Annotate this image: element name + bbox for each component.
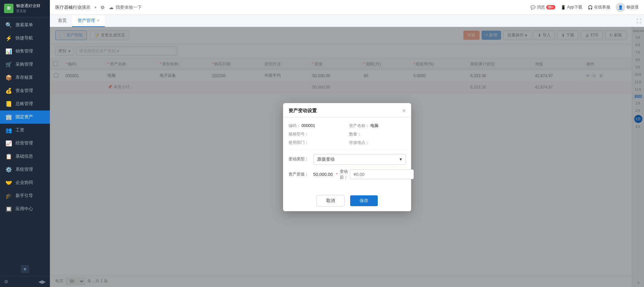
dialog-code-field: 编码： 000001 — [288, 123, 345, 129]
chevron-down-icon: ▾ — [94, 5, 96, 10]
tab-expand-btn[interactable]: ⛶ — [637, 18, 641, 24]
ledger-icon: 📒 — [5, 101, 12, 107]
dialog-storage-field: 存放地点： — [349, 140, 406, 146]
sidebar-bottom: ⚙ ◀▶ — [0, 276, 50, 287]
after-label: 变动后： — [340, 169, 348, 180]
system-icon: ⚙️ — [5, 166, 12, 173]
sidebar-item-appcenter[interactable]: 🔲 应用中心 — [0, 202, 50, 216]
sidebar-item-system[interactable]: ⚙️ 系统管理 — [0, 163, 50, 176]
customer-service-btn[interactable]: 🎧 在线客服 — [588, 4, 610, 10]
amount-after-section: * 变动后： — [336, 169, 414, 180]
dialog-name-field: 资产名称： 电脑 — [349, 123, 406, 129]
expand-icon: ⛶ — [637, 18, 641, 24]
chevron-down-icon: ▾ — [400, 157, 402, 162]
topbar-right: 💬 消息 99+ 📱 App下载 🎧 在线客服 👤 畅捷通 — [530, 3, 639, 12]
tab-home-label: 首页 — [58, 18, 67, 24]
dialog-header: 资产变动设置 × — [283, 103, 411, 118]
purchase-icon: 🛒 — [5, 61, 12, 68]
download-icon: 📱 — [561, 5, 566, 10]
sidebar-item-assets[interactable]: 🏢 固定资产 — [0, 110, 50, 124]
message-badge: 99+ — [546, 5, 555, 9]
settings-icon[interactable]: ⚙ — [4, 279, 8, 284]
sidebar-item-quicknav[interactable]: ⚡ 快捷导航 — [0, 32, 50, 45]
dialog-title: 资产变动设置 — [288, 108, 317, 114]
sidebar-item-label: 采购管理 — [16, 61, 33, 67]
sidebar-item-label: 固定资产 — [16, 114, 33, 120]
dialog-department-label: 使用部门： — [288, 140, 309, 145]
sidebar-item-funds[interactable]: 💰 资金管理 — [0, 84, 50, 97]
app-subtitle: 普及版 — [16, 9, 40, 13]
sidebar-item-label: 销售管理 — [16, 48, 33, 54]
sidebar-item-guide[interactable]: 🎓 新手引导 — [0, 189, 50, 202]
assets-icon: 🏢 — [5, 114, 12, 120]
cancel-button[interactable]: 取消 — [316, 195, 345, 206]
message-label: 消息 — [537, 4, 545, 10]
guide-icon: 🎓 — [5, 193, 12, 199]
sidebar-item-label: 基础信息 — [16, 153, 33, 159]
avatar: 👤 — [616, 3, 625, 12]
gear-icon[interactable]: ⚙ — [100, 5, 105, 10]
search-icon: 🔍 — [5, 22, 12, 28]
collapse-icon[interactable]: ◀▶ — [38, 279, 46, 284]
sidebar-item-inventory[interactable]: 📦 库存核算 — [0, 71, 50, 84]
sidebar-item-basic[interactable]: 📋 基础信息 — [0, 150, 50, 163]
change-type-row: 变动类型： 原值变动 ▾ — [288, 154, 406, 165]
message-btn[interactable]: 💬 消息 99+ — [530, 4, 555, 10]
dialog-name-value: 电脑 — [370, 123, 378, 128]
sidebar-item-purchase[interactable]: 🛒 采购管理 — [0, 58, 50, 71]
app-download-btn[interactable]: 📱 App下载 — [561, 4, 582, 10]
app-title-block: 畅捷通好业财 普及版 — [16, 3, 40, 13]
app-logo: 财 — [4, 4, 13, 13]
app-title: 畅捷通好业财 — [16, 3, 40, 9]
sidebar-item-label: 快捷导航 — [16, 35, 33, 41]
dialog-spec-label: 规格型号： — [288, 132, 309, 136]
original-value-display: 50,000.00 — [313, 172, 333, 177]
topbar: 医疗器械行业演示 ▾ ⚙ ☁ 我要体验一下 💬 消息 99+ 📱 App下载 🎧… — [50, 0, 644, 15]
sidebar-header: 财 畅捷通好业财 普及版 — [0, 0, 50, 17]
dialog-footer: 取消 保存 — [283, 191, 411, 211]
dialog-name-label: 资产名称： — [349, 123, 369, 128]
save-button[interactable]: 保存 — [350, 195, 378, 206]
sidebar: 财 畅捷通好业财 普及版 🔍 搜索菜单 ⚡ 快捷导航 📊 销售管理 🛒 采购管理… — [0, 0, 50, 287]
sidebar-item-label: 总账管理 — [16, 101, 33, 107]
sidebar-item-sales[interactable]: 📊 销售管理 — [0, 45, 50, 58]
tab-home[interactable]: 首页 — [53, 15, 72, 27]
dialog-quantity-label: 数量： — [349, 132, 361, 136]
sidebar-item-ledger[interactable]: 📒 总账管理 — [0, 97, 50, 110]
amount-after-input[interactable] — [350, 169, 414, 179]
sidebar-item-label: 搜索菜单 — [16, 22, 33, 28]
change-type-select[interactable]: 原值变动 ▾ — [313, 154, 406, 165]
cloud-icon: ☁ — [109, 5, 114, 10]
funds-icon: 💰 — [5, 88, 12, 94]
sidebar-item-label: 系统管理 — [16, 166, 33, 172]
experience-label: 我要体验一下 — [116, 4, 142, 10]
tabbar: 首页 资产管理 × ⛶ — [50, 15, 644, 27]
sidebar-scroll-down[interactable]: ▼ — [21, 265, 29, 273]
sidebar-nav: 🔍 搜索菜单 ⚡ 快捷导航 📊 销售管理 🛒 采购管理 📦 库存核算 💰 资金管… — [0, 17, 50, 264]
customer-service-label: 在线客服 — [594, 4, 610, 10]
asset-change-dialog: 资产变动设置 × 编码： 000001 资产名称： 电脑 — [283, 103, 411, 211]
sidebar-item-enterprise[interactable]: 🤝 企业协同 — [0, 176, 50, 189]
sidebar-item-operations[interactable]: 📈 经营管理 — [0, 137, 50, 150]
dialog-department-field: 使用部门： — [288, 140, 345, 146]
sidebar-item-label: 新手引导 — [16, 193, 33, 199]
inventory-icon: 📦 — [5, 74, 12, 81]
tab-close-icon[interactable]: × — [97, 18, 99, 23]
experience-btn[interactable]: ☁ 我要体验一下 — [109, 4, 142, 10]
dialog-info-grid: 编码： 000001 资产名称： 电脑 规格型号： 数量： — [288, 123, 406, 150]
sidebar-item-label: 资金管理 — [16, 88, 33, 94]
basic-icon: 📋 — [5, 153, 12, 160]
message-icon: 💬 — [530, 5, 535, 10]
company-name: 医疗器械行业演示 — [55, 4, 90, 10]
required-star: * — [336, 172, 338, 177]
sidebar-item-label: 库存核算 — [16, 74, 33, 81]
sidebar-item-search[interactable]: 🔍 搜索菜单 — [0, 19, 50, 32]
dialog-close-button[interactable]: × — [402, 108, 405, 114]
tab-asset-management[interactable]: 资产管理 × — [72, 15, 105, 27]
amount-row: 资产原值： 50,000.00 * 变动后： — [288, 169, 406, 180]
user-btn[interactable]: 👤 畅捷通 — [616, 3, 639, 12]
dialog-spec-field: 规格型号： — [288, 131, 345, 137]
content-area: 📄 资产明细 📝 变更生成凭证 对账 + 新增 批量操作 ▾ ⬆ — [50, 27, 644, 287]
sidebar-item-payroll[interactable]: 👥 工资 — [0, 124, 50, 137]
app-download-label: App下载 — [567, 4, 582, 10]
